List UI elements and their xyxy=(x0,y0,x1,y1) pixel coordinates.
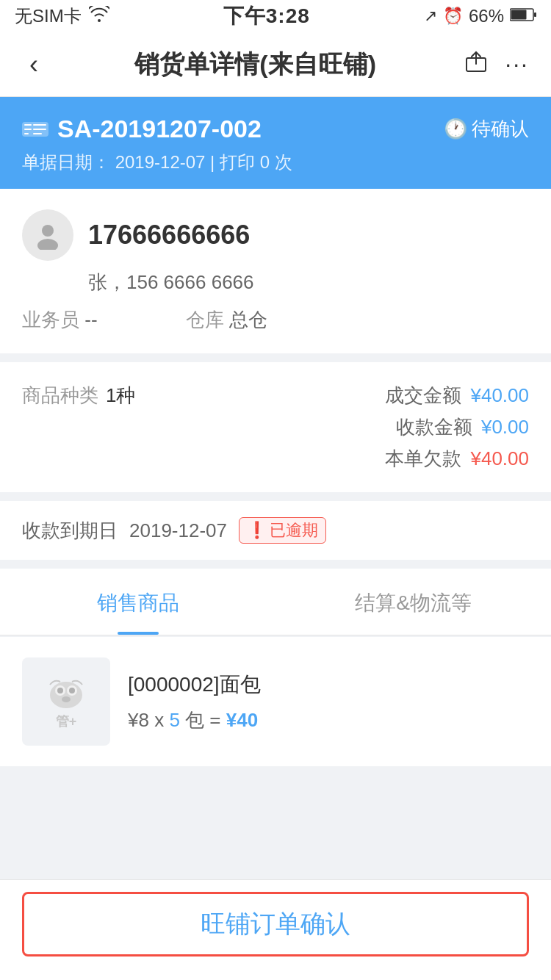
tab-settlement[interactable]: 结算&物流等 xyxy=(276,569,551,635)
product-type-label: 商品种类 xyxy=(22,383,98,408)
warehouse-value: 总仓 xyxy=(229,309,267,331)
bottom-bar: 旺铺订单确认 xyxy=(0,879,551,980)
tabs: 销售商品 结算&物流等 xyxy=(0,569,551,635)
due-date-label: 收款到期日 xyxy=(22,518,118,544)
customer-phone: 17666666666 xyxy=(88,220,250,251)
back-button[interactable]: ‹ xyxy=(22,42,46,87)
svg-point-6 xyxy=(37,239,58,250)
svg-point-5 xyxy=(42,225,54,237)
svg-rect-2 xyxy=(534,12,536,17)
overdue-text: 已逾期 xyxy=(270,519,318,541)
customer-section: 17666666666 张，156 6666 6666 业务员 -- 仓库 总仓 xyxy=(0,189,551,362)
customer-meta: 业务员 -- 仓库 总仓 xyxy=(22,307,529,333)
wifi-icon xyxy=(89,6,109,26)
svg-point-7 xyxy=(50,682,82,708)
salesperson-value: -- xyxy=(84,309,97,331)
received-amount-label: 收款金额 xyxy=(396,414,472,440)
customer-avatar xyxy=(22,209,73,261)
due-amount-label: 本单欠款 xyxy=(385,446,461,472)
status-bar-left: 无SIM卡 xyxy=(15,4,109,28)
product-qty: 5 xyxy=(169,709,179,731)
nav-bar: ‹ 销货单详情(来自旺铺) ··· xyxy=(0,32,551,97)
battery-icon xyxy=(510,6,536,26)
nav-actions: ··· xyxy=(465,51,529,79)
product-name: [0000002]面包 xyxy=(128,671,529,699)
svg-point-12 xyxy=(62,696,71,702)
warehouse-label: 仓库 xyxy=(186,309,224,331)
share-icon[interactable] xyxy=(465,51,487,79)
order-number: SA-20191207-002 xyxy=(22,115,262,143)
overdue-icon: ❗ xyxy=(247,521,267,540)
product-thumbnail: 管+ xyxy=(22,657,110,746)
status-bar-right: ↗ ⏰ 66% xyxy=(424,6,536,26)
svg-point-10 xyxy=(57,688,63,693)
salesperson-label: 业务员 xyxy=(22,309,79,331)
deal-amount-value: ¥40.00 xyxy=(470,384,529,407)
overdue-badge: ❗ 已逾期 xyxy=(239,517,326,544)
product-info: [0000002]面包 ¥8 x 5 包 = ¥40 xyxy=(128,671,529,733)
carrier-text: 无SIM卡 xyxy=(15,4,82,28)
product-item: 管+ [0000002]面包 ¥8 x 5 包 = ¥40 xyxy=(0,637,551,767)
status-bar-time: 下午3:28 xyxy=(223,2,310,30)
more-icon[interactable]: ··· xyxy=(505,51,529,78)
product-price: ¥8 x 5 包 = ¥40 xyxy=(128,707,529,733)
clock-icon: 🕐 xyxy=(444,118,467,140)
due-date-section: 收款到期日 2019-12-07 ❗ 已逾期 xyxy=(0,501,551,569)
received-amount-value: ¥0.00 xyxy=(481,416,529,439)
brand-watermark: 管+ xyxy=(56,713,77,730)
confirm-order-button[interactable]: 旺铺订单确认 xyxy=(22,892,529,956)
product-section: 管+ [0000002]面包 ¥8 x 5 包 = ¥40 xyxy=(0,637,551,767)
battery-text: 66% xyxy=(469,6,504,26)
due-amount-value: ¥40.00 xyxy=(470,447,529,470)
alarm-icon: ⏰ xyxy=(443,7,463,26)
svg-point-11 xyxy=(69,688,75,693)
status-bar: 无SIM卡 下午3:28 ↗ ⏰ 66% xyxy=(0,0,551,32)
due-date-value: 2019-12-07 xyxy=(129,519,227,542)
tab-products[interactable]: 销售商品 xyxy=(0,569,276,635)
product-total: ¥40 xyxy=(226,709,258,731)
order-status: 🕐 待确认 xyxy=(444,116,529,142)
location-icon: ↗ xyxy=(424,7,437,26)
order-header: SA-20191207-002 🕐 待确认 单据日期： 2019-12-07 |… xyxy=(0,97,551,189)
order-date: 单据日期： 2019-12-07 | 打印 0 次 xyxy=(22,151,529,174)
svg-rect-1 xyxy=(511,10,526,20)
product-type-value: 1种 xyxy=(106,383,135,408)
customer-name: 张，156 6666 6666 xyxy=(22,270,529,295)
summary-section: 商品种类 1种 成交金额 ¥40.00 收款金额 ¥0.00 本单欠款 ¥40.… xyxy=(0,362,551,501)
page-title: 销货单详情(来自旺铺) xyxy=(134,48,376,82)
deal-amount-label: 成交金额 xyxy=(385,383,461,408)
